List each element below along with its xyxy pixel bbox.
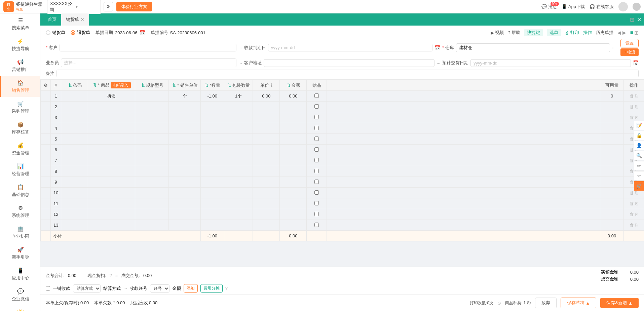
delete-row-btn[interactable]: 🗑 xyxy=(630,126,634,131)
sort-spec-icon[interactable]: ⇅ xyxy=(141,83,145,88)
float-btn-1[interactable]: 📝 xyxy=(634,121,644,130)
row-remark[interactable] xyxy=(327,91,600,102)
row-barcode[interactable] xyxy=(61,209,88,220)
row-amount[interactable] xyxy=(280,166,307,177)
row-gift[interactable] xyxy=(307,177,327,188)
row-pack-qty[interactable] xyxy=(224,112,253,123)
row-remark[interactable] xyxy=(327,145,600,155)
row-barcode[interactable] xyxy=(61,166,88,177)
row-unit[interactable] xyxy=(169,123,200,134)
row-amount[interactable] xyxy=(280,145,307,155)
shortcut-btn[interactable]: 快捷键 xyxy=(524,29,543,36)
row-gift[interactable] xyxy=(307,198,327,209)
logistics-btn[interactable]: + 物流 xyxy=(620,48,639,56)
row-remark[interactable] xyxy=(327,102,600,112)
row-price[interactable] xyxy=(253,177,280,188)
row-barcode[interactable] xyxy=(61,177,88,188)
row-unit[interactable] xyxy=(169,166,200,177)
radio-sales[interactable]: 销货单 xyxy=(46,30,65,36)
row-product[interactable] xyxy=(88,198,135,209)
row-barcode[interactable] xyxy=(61,198,88,209)
delete-row-btn[interactable]: 🗑 xyxy=(630,104,634,109)
row-gift[interactable] xyxy=(307,155,327,166)
row-remark[interactable] xyxy=(327,188,600,198)
row-spec[interactable] xyxy=(135,198,169,209)
tab-close-all-btn[interactable]: ✕ xyxy=(637,16,641,23)
avatar[interactable] xyxy=(618,2,628,11)
due-date-input[interactable]: yyyy-mm-dd xyxy=(268,44,433,51)
row-unit[interactable] xyxy=(169,145,200,155)
row-remark[interactable] xyxy=(327,166,600,177)
row-unit[interactable] xyxy=(169,220,200,231)
row-price[interactable] xyxy=(253,166,280,177)
row-unit[interactable] xyxy=(169,102,200,112)
fee-help-icon[interactable]: ? xyxy=(225,286,228,291)
row-barcode[interactable] xyxy=(61,155,88,166)
delete-row-btn[interactable]: 🗑 xyxy=(630,201,634,206)
th-gear[interactable]: ⚙ xyxy=(41,80,51,91)
row-gift[interactable] xyxy=(307,91,327,102)
account-more-btn[interactable]: ··· xyxy=(123,286,127,291)
expected-date-input[interactable]: yyyy-mm-dd xyxy=(470,59,631,67)
row-pack-qty[interactable] xyxy=(224,134,253,145)
row-qty[interactable] xyxy=(200,198,224,209)
row-barcode[interactable] xyxy=(61,102,88,112)
row-amount[interactable] xyxy=(280,155,307,166)
help-btn[interactable]: ? 帮助 xyxy=(508,30,520,36)
setup-btn[interactable]: 设置 xyxy=(620,39,639,47)
row-barcode[interactable] xyxy=(61,220,88,231)
row-spec[interactable] xyxy=(135,123,169,134)
total-due-info[interactable]: ? xyxy=(113,300,115,305)
sort-amount-icon[interactable]: ⇅ xyxy=(287,83,291,88)
row-gift[interactable] xyxy=(307,220,327,231)
row-spec[interactable] xyxy=(135,166,169,177)
discard-btn[interactable]: 放弃 xyxy=(535,298,557,308)
row-barcode[interactable] xyxy=(61,91,88,102)
row-product[interactable] xyxy=(88,209,135,220)
float-btn-orange[interactable]: 🛒 xyxy=(634,181,644,191)
row-qty[interactable] xyxy=(200,209,224,220)
row-barcode[interactable] xyxy=(61,188,88,198)
salesperson-input[interactable]: 选择... xyxy=(61,59,236,67)
row-price[interactable] xyxy=(253,209,280,220)
row-price[interactable] xyxy=(253,155,280,166)
row-amount[interactable] xyxy=(280,134,307,145)
row-qty[interactable] xyxy=(200,188,224,198)
row-amount[interactable]: 0.00 xyxy=(280,91,307,102)
sidebar-item-member[interactable]: 👑 畅会员 xyxy=(0,305,40,311)
row-barcode[interactable] xyxy=(61,134,88,145)
tab-home[interactable]: 首页 xyxy=(43,13,61,26)
sidebar-item-quick-nav[interactable]: ⚡ 快捷导航 xyxy=(0,34,40,55)
sort-qty-icon[interactable]: ⇅ xyxy=(205,83,209,88)
row-qty[interactable] xyxy=(200,177,224,188)
sidebar-item-enterprise[interactable]: 🏢 企业协同 xyxy=(0,222,40,243)
row-price[interactable] xyxy=(253,123,280,134)
view-table-btn[interactable]: ≡ xyxy=(630,30,633,36)
row-remark[interactable] xyxy=(327,220,600,231)
row-gift[interactable] xyxy=(307,209,327,220)
row-product[interactable] xyxy=(88,220,135,231)
select-order-btn[interactable]: 选单 xyxy=(547,29,561,36)
price-info-icon[interactable]: ℹ xyxy=(271,83,272,88)
customer-addr-more-btn[interactable]: ··· xyxy=(437,61,440,66)
row-price[interactable] xyxy=(253,112,280,123)
row-remark[interactable] xyxy=(327,198,600,209)
order-num-value[interactable]: SA-20230606-001 xyxy=(170,30,206,35)
row-amount[interactable] xyxy=(280,198,307,209)
row-qty[interactable] xyxy=(200,123,224,134)
sort-product-icon[interactable]: ⇅ xyxy=(93,82,97,87)
copy-row-btn[interactable]: ⎘ xyxy=(635,223,638,228)
settings-icon-btn[interactable]: ⚙ xyxy=(104,2,113,11)
sidebar-item-appstore[interactable]: 📱 应用中心 xyxy=(0,264,40,284)
row-pack-qty[interactable] xyxy=(224,145,253,155)
row-pack-qty[interactable] xyxy=(224,188,253,198)
trial-button[interactable]: 体验行业方案 xyxy=(116,2,152,11)
customer-more-btn[interactable]: ··· xyxy=(238,45,242,50)
view-card-btn[interactable]: ⊞ xyxy=(634,30,639,36)
delete-row-btn[interactable]: 🗑 xyxy=(630,147,634,152)
delete-row-btn[interactable]: 🗑 xyxy=(630,169,634,174)
row-barcode[interactable] xyxy=(61,145,88,155)
sort-barcode-icon[interactable]: ⇅ xyxy=(68,83,72,88)
row-unit[interactable] xyxy=(169,134,200,145)
video-btn[interactable]: ▶ 视频 xyxy=(491,30,504,36)
